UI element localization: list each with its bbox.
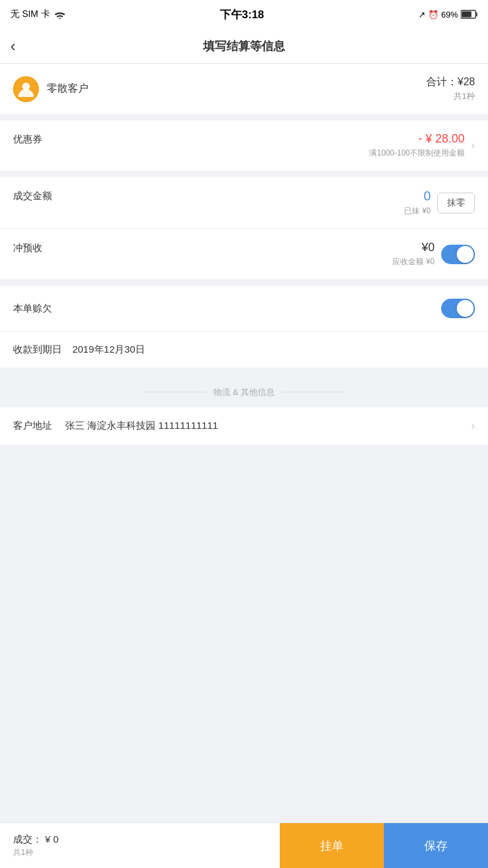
battery-icon	[461, 10, 478, 19]
user-icon	[17, 80, 35, 98]
prepayment-toggle[interactable]	[441, 245, 475, 264]
battery-text: 69%	[441, 10, 458, 20]
bottom-amount-value: ¥ 0	[45, 834, 59, 845]
transaction-amount-row: 成交金额 0 已抹 ¥0 抹零	[0, 177, 488, 228]
prepayment-sub: 应收金额 ¥0	[392, 256, 435, 267]
alarm-icon: ⏰	[428, 10, 439, 20]
address-label: 客户地址	[13, 420, 59, 432]
arrears-toggle[interactable]	[441, 299, 475, 318]
content-area: 零散客户 合计：¥28 共1种 优惠券 - ¥ 28.00 满1000-100不…	[0, 64, 488, 607]
logistics-label-row: 物流 & 其他信息	[0, 374, 488, 407]
total-amount: 合计：¥28	[426, 75, 475, 89]
customer-section: 零散客户 合计：¥28 共1种	[0, 64, 488, 114]
transaction-value: 0	[404, 189, 431, 204]
wifi-icon	[54, 10, 66, 19]
transaction-right: 0 已抹 ¥0 抹零	[65, 189, 475, 217]
no-sim-text: 无 SIM 卡	[10, 8, 50, 20]
prepayment-value: ¥0	[392, 241, 435, 254]
total-count: 共1种	[426, 90, 475, 102]
page-title: 填写结算等信息	[203, 38, 285, 54]
customer-right: 合计：¥28 共1种	[426, 75, 475, 102]
pending-button[interactable]: 挂单	[280, 823, 384, 869]
coupon-row[interactable]: 优惠券 - ¥ 28.00 满1000-100不限制使用金额 ›	[0, 120, 488, 170]
due-date-row: 收款到期日 2019年12月30日	[0, 331, 488, 368]
address-section[interactable]: 客户地址 张三 海淀永丰科技园 11111111111 ›	[0, 407, 488, 444]
customer-name: 零散客户	[47, 82, 88, 96]
bottom-amount-label: 成交：	[13, 834, 42, 845]
address-row[interactable]: 客户地址 张三 海淀永丰科技园 11111111111 ›	[0, 407, 488, 444]
arrears-row: 本单赊欠	[0, 286, 488, 331]
nav-bar: ‹ 填写结算等信息	[0, 29, 488, 64]
coupon-section[interactable]: 优惠券 - ¥ 28.00 满1000-100不限制使用金额 ›	[0, 120, 488, 170]
logistics-label: 物流 & 其他信息	[142, 387, 346, 398]
bottom-amount: 成交： ¥ 0	[13, 834, 267, 846]
arrears-section: 本单赊欠 收款到期日 2019年12月30日	[0, 286, 488, 368]
round-button[interactable]: 抹零	[437, 193, 475, 213]
transaction-value-block: 0 已抹 ¥0	[404, 189, 431, 217]
bottom-info: 成交： ¥ 0 共1种	[0, 834, 280, 858]
address-value: 张三 海淀永丰科技园 11111111111	[65, 420, 471, 432]
back-button[interactable]: ‹	[10, 37, 16, 55]
status-right: ↗ ⏰ 69%	[418, 10, 478, 20]
due-date-value: 2019年12月30日	[72, 344, 145, 355]
coupon-value-block: - ¥ 28.00 满1000-100不限制使用金额	[369, 132, 465, 159]
bottom-bar: 成交： ¥ 0 共1种 挂单 保存	[0, 822, 488, 868]
due-date-label: 收款到期日	[13, 344, 62, 355]
amount-section: 成交金额 0 已抹 ¥0 抹零 冲预收 ¥0 应收金额 ¥0	[0, 177, 488, 279]
prepayment-value-block: ¥0 应收金额 ¥0	[392, 241, 435, 267]
address-chevron: ›	[471, 419, 475, 433]
status-time: 下午3:18	[220, 7, 264, 22]
prepayment-row: 冲预收 ¥0 应收金额 ¥0	[0, 228, 488, 279]
avatar	[13, 76, 39, 102]
transaction-sub: 已抹 ¥0	[404, 206, 431, 217]
discount-amount: - ¥ 28.00	[369, 132, 465, 146]
status-bar: 无 SIM 卡 下午3:18 ↗ ⏰ 69%	[0, 0, 488, 29]
status-left: 无 SIM 卡	[10, 8, 66, 20]
discount-note: 满1000-100不限制使用金额	[369, 148, 465, 159]
coupon-label: 优惠券	[13, 132, 65, 146]
coupon-right: - ¥ 28.00 满1000-100不限制使用金额 ›	[65, 132, 475, 159]
prepayment-right: ¥0 应收金额 ¥0	[65, 241, 475, 267]
customer-row: 零散客户 合计：¥28 共1种	[0, 64, 488, 114]
svg-rect-1	[476, 12, 477, 16]
customer-left: 零散客户	[13, 76, 88, 102]
save-button[interactable]: 保存	[384, 823, 488, 869]
coupon-chevron: ›	[471, 139, 475, 152]
prepayment-label: 冲预收	[13, 241, 65, 254]
arrears-label: 本单赊欠	[13, 303, 52, 315]
empty-area	[0, 451, 488, 555]
location-icon: ↗	[418, 10, 426, 20]
transaction-label: 成交金额	[13, 189, 65, 202]
svg-rect-2	[461, 12, 471, 18]
bottom-count: 共1种	[13, 847, 267, 858]
